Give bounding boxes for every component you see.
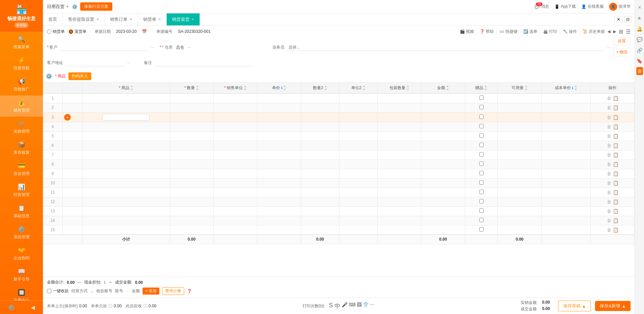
rp-close-icon[interactable]: ✕ bbox=[637, 3, 642, 12]
settings-button[interactable]: 设置 bbox=[613, 37, 631, 45]
sidebar-item-10[interactable]: 🤝企业协同 bbox=[0, 243, 43, 264]
help-action[interactable]: ❓ 帮助 bbox=[480, 29, 494, 35]
tab-close-3[interactable]: ✕ bbox=[158, 17, 161, 21]
sidebar-item-6[interactable]: 💳资金管理 bbox=[0, 159, 43, 180]
salesperson-dots-icon[interactable]: ··· bbox=[607, 45, 610, 50]
addr-input[interactable] bbox=[65, 59, 126, 66]
copy-icon-1[interactable]: 📋 bbox=[613, 105, 619, 110]
sidebar-item-0[interactable]: 🔍搜索菜单 bbox=[0, 32, 43, 53]
avail-sort-icon[interactable]: ▲▼ bbox=[525, 84, 528, 91]
user-info[interactable]: 👤 徐泽华 bbox=[609, 3, 631, 11]
sidebar-item-9[interactable]: ⚙️系统管理 bbox=[0, 222, 43, 243]
delete-icon-9[interactable]: 🗑 bbox=[607, 180, 611, 186]
sidebar-item-8[interactable]: 📋基础信息 bbox=[0, 201, 43, 222]
delete-icon-4[interactable]: 🗑 bbox=[607, 133, 611, 139]
qty2-sort-icon[interactable]: ▲▼ bbox=[324, 84, 327, 91]
gift-checkbox-8[interactable] bbox=[479, 171, 484, 175]
pkg-sort-icon[interactable]: ▲▼ bbox=[407, 84, 410, 91]
sidebar-item-4[interactable]: 🛒采购管理 bbox=[0, 117, 43, 138]
fee-split-button[interactable]: 费用分摊 bbox=[162, 287, 184, 295]
operate-action[interactable]: 🔧 操作 bbox=[563, 29, 577, 35]
rp-link-icon[interactable]: 🔗 bbox=[636, 46, 643, 55]
sidebar-item-5[interactable]: 📦库存核算 bbox=[0, 138, 43, 159]
delete-icon-13[interactable]: 🗑 bbox=[607, 218, 611, 223]
sidebar-item-12[interactable]: 🔲应用中心 bbox=[0, 286, 43, 301]
save-draft-button[interactable]: 保存草稿 ▲ bbox=[558, 301, 591, 311]
gift-checkbox-6[interactable] bbox=[479, 152, 484, 156]
gift-checkbox-0[interactable] bbox=[479, 96, 484, 100]
tab-close-all-button[interactable]: ✕ bbox=[614, 16, 623, 23]
copy-icon-7[interactable]: 📋 bbox=[613, 162, 619, 167]
select-action[interactable]: ☑️ 选单 bbox=[523, 29, 537, 35]
list-view-icon[interactable]: ☰ bbox=[626, 28, 631, 35]
shortcut-action[interactable]: ⌨️ 快捷键 bbox=[499, 29, 518, 35]
delete-icon-14[interactable]: 🗑 bbox=[607, 227, 611, 233]
keyboard-icon[interactable]: ⌨ bbox=[349, 302, 356, 310]
one-click-pay-checkbox[interactable] bbox=[47, 289, 51, 293]
delete-icon-11[interactable]: 🗑 bbox=[607, 199, 611, 204]
delete-icon-10[interactable]: 🗑 bbox=[607, 190, 611, 195]
tab-menu-button[interactable]: ⊡ bbox=[624, 16, 632, 23]
category-selector[interactable]: 日用百货 ▼ bbox=[47, 4, 69, 10]
gift-checkbox-5[interactable] bbox=[479, 143, 484, 147]
gift-sort-icon[interactable]: ▲▼ bbox=[484, 84, 487, 91]
goods-sort-icon[interactable]: ▲▼ bbox=[130, 84, 133, 91]
online-service-button[interactable]: 👤 在线客服 bbox=[581, 4, 604, 9]
gift-checkbox-7[interactable] bbox=[479, 162, 484, 166]
remark-input[interactable] bbox=[154, 59, 255, 66]
copy-icon-8[interactable]: 📋 bbox=[613, 171, 619, 176]
message-button[interactable]: 💬 70 消息 bbox=[535, 4, 549, 9]
gift-checkbox-1[interactable] bbox=[479, 105, 484, 109]
radio-return[interactable]: 退货单 bbox=[69, 29, 87, 35]
copy-icon-3[interactable]: 📋 bbox=[613, 124, 619, 129]
tab-4[interactable]: 销货退货✕ bbox=[167, 13, 200, 25]
sidebar-collapse-icon[interactable]: ◀ bbox=[31, 304, 35, 311]
goods-input[interactable] bbox=[103, 114, 150, 121]
gift-checkbox-3[interactable] bbox=[479, 124, 484, 128]
rp-star-icon[interactable]: ★ bbox=[637, 13, 642, 23]
account-dots-icon[interactable]: ··· bbox=[126, 289, 129, 294]
unit-sort-icon[interactable]: ▲▼ bbox=[244, 84, 247, 91]
radio-return-input[interactable] bbox=[69, 29, 73, 34]
rp-chat-icon[interactable]: 💬 bbox=[636, 35, 643, 44]
save-new-button[interactable]: 保存&新增 ▲ bbox=[595, 301, 631, 311]
gift-checkbox-14[interactable] bbox=[479, 227, 484, 232]
customer-dots-icon[interactable]: ··· bbox=[151, 45, 154, 50]
gift-checkbox-2[interactable] bbox=[479, 115, 484, 119]
sidebar-item-2[interactable]: 📢营销推广 bbox=[0, 74, 43, 96]
logistics-button[interactable]: + 物流 bbox=[613, 48, 631, 56]
cash-discount-help-icon[interactable]: ℹ bbox=[104, 280, 106, 285]
delete-icon-7[interactable]: 🗑 bbox=[607, 162, 611, 167]
copy-icon-13[interactable]: 📋 bbox=[613, 218, 619, 223]
video-action[interactable]: 🎬 视频 bbox=[460, 29, 474, 35]
salesperson-input[interactable] bbox=[286, 44, 605, 51]
copy-icon-5[interactable]: 📋 bbox=[613, 143, 619, 148]
add-payment-button[interactable]: + 添加 bbox=[143, 288, 159, 295]
sougou-icon[interactable]: S bbox=[329, 302, 333, 310]
gift-checkbox-4[interactable] bbox=[479, 133, 484, 138]
history-next-icon[interactable]: ▶ bbox=[613, 29, 616, 34]
delete-icon-12[interactable]: 🗑 bbox=[607, 208, 611, 214]
scan-button[interactable]: 扫码录入 bbox=[68, 72, 91, 80]
history-action[interactable]: 📜 历史单据 bbox=[583, 29, 605, 35]
app-download-button[interactable]: 📱 App下载 bbox=[554, 4, 576, 9]
cost-info-icon[interactable]: ℹ bbox=[572, 86, 573, 90]
rp-bookmark-icon[interactable]: 🔖 bbox=[636, 56, 643, 66]
shirt-icon[interactable]: 👕 bbox=[363, 302, 369, 310]
gift-checkbox-10[interactable] bbox=[479, 190, 484, 194]
tab-close-1[interactable]: ✕ bbox=[96, 17, 99, 21]
tab-3[interactable]: 销货单✕ bbox=[138, 13, 167, 25]
customer-input[interactable] bbox=[59, 44, 149, 51]
copy-icon-4[interactable]: 📋 bbox=[613, 133, 619, 139]
sidebar-item-11[interactable]: 📖新手引导 bbox=[0, 264, 43, 286]
tab-1[interactable]: 售价提取设置✕ bbox=[63, 13, 105, 25]
unit2-sort-icon[interactable]: ▲▼ bbox=[363, 84, 366, 91]
gift-checkbox-11[interactable] bbox=[479, 199, 484, 203]
delete-icon-2[interactable]: 🗑 bbox=[607, 115, 611, 120]
radio-sale[interactable]: 销货单 bbox=[47, 29, 65, 35]
warehouse-dots-icon[interactable]: ··· bbox=[187, 45, 191, 50]
rp-grid-icon[interactable]: ⊞ bbox=[636, 67, 643, 75]
copy-icon-12[interactable]: 📋 bbox=[613, 208, 619, 214]
addr-dots-icon[interactable]: ··· bbox=[127, 60, 130, 65]
delete-icon-1[interactable]: 🗑 bbox=[607, 105, 611, 110]
